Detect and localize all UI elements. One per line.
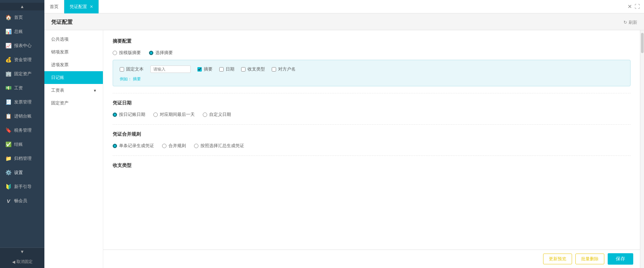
by-selection-input[interactable]: [194, 144, 198, 148]
income-expense-title: 收支类型: [113, 163, 631, 169]
custom-date-input[interactable]: [203, 113, 207, 117]
content-area: 公共选项 销项发票 进项发票 日记账 工资表 ▾ 固定资产: [44, 30, 644, 268]
counterparty-checkbox-label[interactable]: 对方户名: [272, 66, 296, 72]
building-icon: 🏢: [5, 71, 11, 77]
expand-window-button[interactable]: ⛶: [635, 4, 640, 10]
tab-bar: 首页 凭证配置 ✕ ✕ ⛶: [44, 0, 644, 13]
by-journal-date-input[interactable]: [113, 113, 117, 117]
by-journal-date-radio[interactable]: 按日记账日期: [113, 111, 145, 118]
fixed-text-checkbox-label[interactable]: 固定文本: [120, 66, 144, 72]
sidebar: ▲ 🏠 首页 📊 总账 📈 报表中心 💰 资金管理 🏢 固定资产 💵 工资 🧾 …: [0, 0, 44, 268]
save-button[interactable]: 保存: [608, 253, 633, 265]
sidebar-item-payroll[interactable]: 💵 工资: [0, 81, 44, 95]
page-content: 凭证配置 ↻ 刷新 公共选项 销项发票 进项发票 日记账: [44, 13, 644, 268]
summary-config-title: 摘要配置: [113, 38, 631, 44]
choose-summary-radio[interactable]: 选择摘要: [149, 50, 173, 56]
main-area: 首页 凭证配置 ✕ ✕ ⛶ 凭证配置 ↻ 刷新 公共选项: [44, 0, 644, 268]
choose-summary-input[interactable]: [149, 51, 153, 55]
nav-item-public-options[interactable]: 公共选项: [44, 33, 103, 46]
update-preview-button[interactable]: 更新预览: [543, 254, 572, 264]
last-day-input[interactable]: [153, 113, 158, 117]
sidebar-scroll-down[interactable]: ▼: [0, 248, 44, 256]
sidebar-bottom: ▼ ◀ 取消固定: [0, 248, 44, 268]
fixed-text-checkbox[interactable]: [120, 67, 124, 72]
date-checkbox[interactable]: [219, 67, 224, 72]
summary-config-box: 固定文本 摘要 日期: [113, 60, 631, 86]
sidebar-item-settlement[interactable]: ✅ 结账: [0, 137, 44, 151]
merge-rules-input[interactable]: [162, 144, 166, 148]
single-record-input[interactable]: [113, 144, 117, 148]
summary-checkbox-label[interactable]: 摘要: [197, 66, 213, 72]
purchase-icon: 📋: [5, 113, 11, 119]
sidebar-item-settings[interactable]: ⚙️ 设置: [0, 166, 44, 180]
sidebar-item-report-center[interactable]: 📈 报表中心: [0, 39, 44, 53]
pin-icon: ◀: [12, 260, 15, 264]
page-header: 凭证配置 ↻ 刷新: [44, 13, 644, 30]
date-checkbox-label[interactable]: 日期: [219, 66, 234, 72]
nav-item-journal[interactable]: 日记账: [44, 71, 103, 84]
left-nav: 公共选项 销项发票 进项发票 日记账 工资表 ▾ 固定资产: [44, 30, 103, 268]
payroll-icon: 💵: [5, 85, 11, 91]
single-record-radio[interactable]: 单条记录生成凭证: [113, 143, 154, 149]
summary-checkbox[interactable]: [197, 67, 202, 72]
custom-date-radio[interactable]: 自定义日期: [203, 111, 231, 118]
summary-radio-group: 按模版摘要 选择摘要: [113, 50, 631, 56]
report-icon: 📈: [5, 43, 11, 49]
chevron-down-icon: ▾: [94, 88, 96, 93]
voucher-date-radio-group: 按日记账日期 对应期间最后一天 自定义日期: [113, 111, 631, 118]
nav-item-fixed-assets[interactable]: 固定资产: [44, 97, 103, 109]
nav-item-payroll-table[interactable]: 工资表 ▾: [44, 84, 103, 97]
voucher-merge-radio-group: 单条记录生成凭证 合并规则 按照选择汇总生成凭证: [113, 143, 631, 149]
cancel-fixed-button[interactable]: ◀ 取消固定: [0, 256, 44, 268]
nav-item-sales-invoice[interactable]: 销项发票: [44, 46, 103, 58]
income-expense-section: 收支类型: [113, 163, 631, 169]
chart-icon: 📊: [5, 29, 11, 35]
nav-item-purchase-invoice[interactable]: 进项发票: [44, 58, 103, 71]
sidebar-item-tax-management[interactable]: 🔖 税务管理: [0, 123, 44, 137]
last-day-of-period-radio[interactable]: 对应期间最后一天: [153, 111, 195, 118]
merge-rules-radio[interactable]: 合并规则: [162, 143, 186, 149]
voucher-merge-title: 凭证合并规则: [113, 131, 631, 137]
voucher-date-title: 凭证日期: [113, 100, 631, 106]
sidebar-item-purchase-sales[interactable]: 📋 进销台账: [0, 109, 44, 123]
voucher-date-section: 凭证日期 按日记账日期 对应期间最后一天: [113, 100, 631, 118]
tab-actions: ✕ ⛶: [628, 3, 644, 10]
sidebar-item-guide[interactable]: 🔰 新手引导: [0, 180, 44, 194]
fixed-text-input[interactable]: [150, 65, 191, 73]
invoice-icon: 🧾: [5, 99, 11, 105]
footer-bar: 更新预览 批量删除 保存: [103, 250, 640, 268]
sidebar-item-general-ledger[interactable]: 📊 总账: [0, 25, 44, 39]
sidebar-item-invoice-management[interactable]: 🧾 发票管理: [0, 95, 44, 109]
tab-voucher-config[interactable]: 凭证配置 ✕: [64, 0, 99, 13]
by-selection-radio[interactable]: 按照选择汇总生成凭证: [194, 143, 244, 149]
right-content: 摘要配置 按模版摘要 选择摘要: [103, 30, 640, 250]
voucher-merge-section: 凭证合并规则 单条记录生成凭证 合并规则: [113, 131, 631, 149]
page-title: 凭证配置: [51, 19, 73, 26]
refresh-icon: ↻: [623, 20, 627, 25]
sidebar-item-archive[interactable]: 📁 归档管理: [0, 151, 44, 166]
close-window-button[interactable]: ✕: [628, 3, 632, 10]
checkbox-row: 固定文本 摘要 日期: [120, 65, 623, 73]
home-icon: 🏠: [5, 14, 11, 20]
counterparty-checkbox[interactable]: [272, 67, 276, 72]
sidebar-item-vip[interactable]: V 畅会员: [0, 194, 44, 208]
batch-delete-button[interactable]: 批量删除: [575, 254, 604, 264]
sidebar-scroll-up[interactable]: ▲: [0, 3, 44, 10]
template-summary-radio[interactable]: 按模版摘要: [113, 50, 141, 56]
tab-home[interactable]: 首页: [44, 0, 64, 13]
sidebar-item-fund-management[interactable]: 💰 资金管理: [0, 53, 44, 67]
outer-scrollbar[interactable]: [640, 30, 644, 268]
template-summary-input[interactable]: [113, 51, 117, 55]
refresh-button[interactable]: ↻ 刷新: [623, 19, 637, 26]
income-expense-checkbox[interactable]: [241, 67, 245, 72]
settings-icon: ⚙️: [5, 170, 11, 176]
example-text: 例如： 摘要: [120, 76, 623, 82]
tax-icon: 🔖: [5, 127, 11, 133]
tab-close-icon[interactable]: ✕: [90, 4, 93, 9]
sidebar-item-home[interactable]: 🏠 首页: [0, 10, 44, 25]
income-expense-checkbox-label[interactable]: 收支类型: [241, 66, 265, 72]
archive-icon: 📁: [5, 155, 11, 162]
settlement-icon: ✅: [5, 141, 11, 147]
sidebar-item-fixed-assets[interactable]: 🏢 固定资产: [0, 67, 44, 81]
vip-icon: V: [5, 198, 11, 204]
